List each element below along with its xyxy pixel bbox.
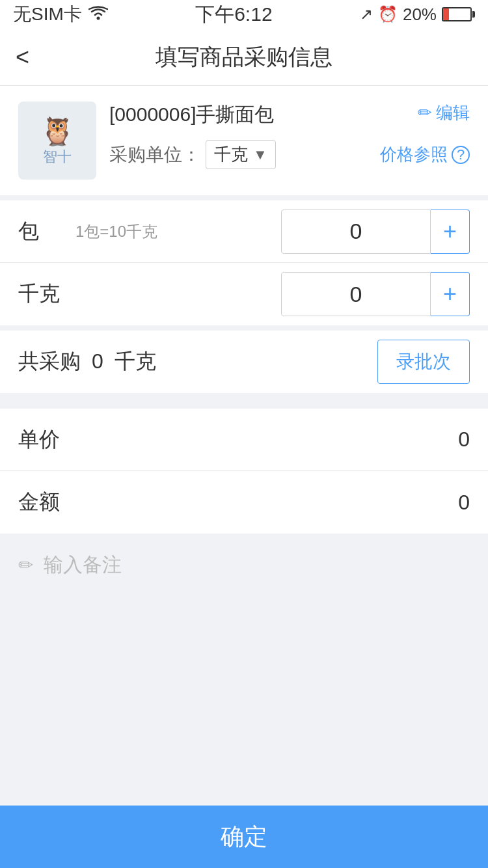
total-row: 共采购 0 千克 录批次 — [0, 331, 488, 393]
total-unit: 千克 — [115, 349, 156, 373]
unit-selector[interactable]: 千克 ▼ — [206, 140, 276, 169]
bag-quantity-input[interactable] — [281, 210, 431, 254]
unit-value: 千克 — [214, 143, 248, 166]
price-ref-button[interactable]: 价格参照 ? — [380, 143, 470, 166]
bag-label: 包 — [18, 217, 70, 246]
bag-plus-button[interactable]: + — [431, 210, 470, 254]
edit-button[interactable]: ✏ 编辑 — [418, 102, 470, 124]
total-value: 0 — [92, 349, 103, 373]
product-info: [0000006]手撕面包 ✏ 编辑 采购单位： 千克 ▼ 价格参照 ? — [109, 102, 470, 169]
info-icon: ? — [452, 146, 470, 164]
product-image: 🦉 智十 — [18, 102, 96, 180]
bag-input-row: 包 1包=10千克 + — [0, 200, 488, 263]
nav-bar: < 填写商品采购信息 — [0, 29, 488, 86]
unit-label: 采购单位： — [109, 142, 200, 167]
carrier-label: 无SIM卡 — [13, 2, 82, 27]
confirm-button[interactable]: 确定 — [0, 806, 488, 868]
time-label: 下午6:12 — [195, 1, 272, 28]
kg-quantity-input[interactable] — [281, 272, 431, 316]
unit-price-label: 单价 — [18, 426, 60, 454]
kg-label: 千克 — [18, 280, 70, 308]
dropdown-arrow-icon: ▼ — [253, 146, 267, 163]
section-divider-1 — [0, 393, 488, 398]
price-section: 单价 0 金额 0 — [0, 403, 488, 534]
price-ref-label: 价格参照 — [380, 143, 448, 166]
bag-input-control: + — [281, 210, 470, 254]
product-owl-icon: 🦉 — [40, 115, 74, 147]
wifi-icon — [88, 4, 108, 25]
empty-area — [0, 597, 488, 818]
kg-input-row: 千克 + — [0, 263, 488, 325]
amount-value: 0 — [458, 491, 470, 515]
total-label: 共采购 0 千克 — [18, 347, 156, 376]
unit-price-row: 单价 0 — [0, 409, 488, 471]
kg-input-control: + — [281, 272, 470, 316]
remark-section[interactable]: ✏ 输入备注 — [0, 534, 488, 597]
remark-placeholder: 输入备注 — [44, 552, 122, 578]
battery-icon — [442, 7, 475, 21]
alarm-icon: ⏰ — [378, 5, 398, 23]
amount-label: 金额 — [18, 488, 60, 517]
bag-hint: 1包=10千克 — [75, 221, 281, 242]
edit-label: 编辑 — [436, 102, 470, 124]
total-section: 共采购 0 千克 录批次 — [0, 325, 488, 393]
status-left: 无SIM卡 — [13, 2, 108, 27]
amount-row: 金额 0 — [0, 471, 488, 534]
pencil-icon: ✏ — [18, 554, 33, 576]
unit-price-value: 0 — [458, 427, 470, 452]
status-bar: 无SIM卡 下午6:12 ↗ ⏰ 20% — [0, 0, 488, 29]
back-button[interactable]: < — [16, 44, 29, 71]
product-image-label: 智十 — [43, 147, 72, 167]
location-icon: ↗ — [360, 5, 373, 23]
status-right: ↗ ⏰ 20% — [360, 5, 475, 25]
kg-plus-button[interactable]: + — [431, 272, 470, 316]
svg-point-0 — [96, 17, 100, 20]
product-card: 🦉 智十 [0000006]手撕面包 ✏ 编辑 采购单位： 千克 ▼ 价格参照 … — [0, 86, 488, 200]
battery-percent: 20% — [403, 5, 437, 25]
record-batch-button[interactable]: 录批次 — [377, 340, 470, 384]
edit-icon: ✏ — [418, 103, 432, 123]
product-name: [0000006]手撕面包 — [109, 102, 405, 128]
input-section: 包 1包=10千克 + 千克 + — [0, 200, 488, 325]
page-title: 填写商品采购信息 — [156, 42, 332, 72]
